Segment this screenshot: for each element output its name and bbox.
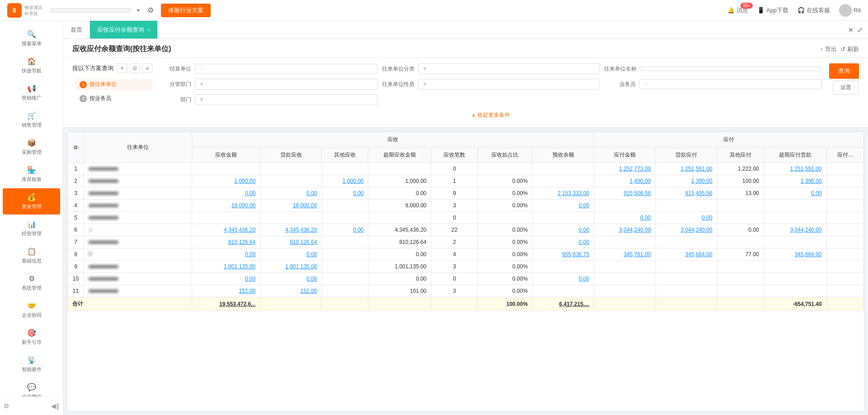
online-service-link[interactable]: 🎧 在线客服 [797, 6, 830, 14]
refresh-icon: ↺ [840, 46, 845, 52]
department-input[interactable]: ▼ [195, 94, 377, 105]
sidebar-item-beginner[interactable]: 🎯 新手引导 [3, 324, 60, 350]
filter-add-btn[interactable]: + [117, 63, 127, 73]
window-close-icon[interactable]: ✕ [848, 26, 854, 33]
export-button[interactable]: ↑ 导出 [821, 45, 837, 53]
marketing-icon: 📢 [27, 84, 36, 93]
sidebar-item-sales[interactable]: 🛒 销售管理 [3, 107, 60, 133]
sidebar-label-system: 系统管理 [22, 285, 42, 291]
tab-active[interactable]: 应收应付余额查询 × [90, 21, 158, 38]
collapse-more-btn[interactable]: ∧ 收起更多条件 [160, 109, 822, 122]
sidebar-label-smart: 智能硬件 [22, 366, 42, 373]
search-menu-icon: 🔍 [27, 30, 36, 38]
sidebar-item-base-info[interactable]: 📋 基础信息 [3, 243, 60, 269]
logo-icon: 6 [7, 3, 22, 18]
partner-nature-label: 往来单位性质 [382, 81, 415, 88]
table-settings-icon[interactable]: ⚙ [73, 144, 78, 151]
purchase-icon: 📦 [27, 138, 36, 147]
filter-row-settlement: 结算单位 ··· [160, 63, 377, 74]
filter-row-partner-cat: 往来单位分类 ▼ [382, 63, 600, 74]
business-icon: 📊 [27, 220, 36, 229]
filter-settings-btn[interactable]: ⊙ [130, 63, 140, 73]
filter-scheme-title: 按以下方案查询 [72, 64, 113, 72]
sidebar-item-system[interactable]: ⚙ 系统管理 [3, 270, 60, 296]
partner-option-icon: ① [80, 81, 87, 88]
partner-name-input[interactable] [640, 67, 822, 71]
summary-loan-payable [656, 297, 717, 311]
settings-col-header[interactable]: ⚙ [68, 132, 84, 163]
notification-link[interactable]: 🔔 消息 99+ [727, 6, 748, 14]
table-row: 7■■■■■■■■■810,126.64810,126.64810,126.64… [68, 236, 864, 248]
dept-input[interactable]: ▼ [195, 79, 377, 90]
query-button[interactable]: 查询 [829, 63, 859, 79]
refresh-button[interactable]: ↺ 刷新 [840, 45, 859, 53]
settlement-unit-label: 结算单位 [160, 65, 191, 73]
sidebar-item-enterprise-wechat[interactable]: 💬 企业微信 [3, 378, 60, 396]
app-logo: 6 畅捷通叹标准版 [7, 3, 42, 18]
filter-grid: 结算单位 ··· 往来单位分类 ▼ 往来单位名称 [160, 63, 822, 105]
sidebar-collapse-icon[interactable]: ◀‖ [51, 402, 59, 410]
sidebar-item-finance[interactable]: 💰 资金管理 [3, 188, 60, 215]
sidebar-item-search-menu[interactable]: 🔍 搜索菜单 [3, 25, 60, 52]
summary-receivable-amount[interactable]: 19,553,472,6... [192, 297, 260, 311]
summary-label: 合计 [68, 297, 192, 311]
notification-badge: 99+ [741, 3, 753, 9]
salesperson-label: 业务员 [604, 81, 636, 88]
settings-button[interactable]: 设置 [833, 81, 859, 95]
filter-option-salesperson[interactable]: ② 按业务员 [76, 93, 152, 104]
smart-device-icon: 📡 [27, 356, 36, 364]
sidebar-label-sales: 销售管理 [22, 122, 42, 129]
table-row: 5■■■■■■■■■00.000.00 [68, 212, 864, 224]
gear-icon[interactable]: ⚙ [147, 6, 154, 14]
sidebar-item-quick-nav[interactable]: 🏠 快捷导航 [3, 52, 60, 79]
partner-option-label: 按往来单位 [90, 81, 117, 88]
sidebar-item-purchase[interactable]: 📦 采购管理 [3, 134, 60, 160]
sidebar-item-marketing[interactable]: 📢 营销推广 [3, 80, 60, 106]
loan-payable-header: 贷款应付 [656, 148, 717, 163]
table-row: 2■■■■■■■■■1,000.001,000.001,000.0010.00%… [68, 175, 864, 187]
prepaid-balance-header: 预收余额 [533, 148, 594, 163]
app-download-link[interactable]: 📱 App下载 [757, 6, 788, 14]
inventory-icon: 🏪 [27, 166, 36, 174]
filter-collapse-btn[interactable]: « [142, 63, 152, 73]
overdue-payable-header: 超期应付货款 [764, 148, 826, 163]
summary-other-payable [717, 297, 764, 311]
page-actions: ↑ 导出 ↺ 刷新 [821, 45, 859, 53]
loan-receivable-header: 贷款应收 [260, 148, 322, 163]
tab-home[interactable]: 首页 [63, 21, 90, 38]
dept-label: 分管部门 [160, 81, 191, 88]
sales-icon: 🛒 [27, 111, 36, 120]
sidebar-nav: 🔍 搜索菜单 🏠 快捷导航 📢 营销推广 🛒 销售管理 📦 采购管理 🏪 [0, 21, 63, 396]
partner-nature-input[interactable]: ▼ [418, 79, 600, 90]
sidebar-item-inventory[interactable]: 🏪 库存核算 [3, 161, 60, 187]
promo-button[interactable]: 体验行业方案 [161, 4, 211, 17]
download-icon: 📱 [757, 7, 764, 14]
sidebar-item-smart-device[interactable]: 📡 智能硬件 [3, 351, 60, 377]
filter-option-partner[interactable]: ① 按往来单位 [76, 79, 152, 90]
partner-category-input[interactable]: ▼ [418, 63, 600, 74]
table-header-row-1: ⚙ 往来单位 应收 应付 [68, 132, 864, 148]
quick-nav-icon: 🏠 [27, 57, 36, 66]
settlement-unit-input[interactable]: ··· [195, 64, 377, 74]
collapse-label: 收起更多条件 [477, 111, 510, 119]
data-table: ⚙ 往来单位 应收 应付 应收金额 贷款应收 其他应收 超期应收金额 应收笔数 [67, 132, 864, 311]
chevron-down-icon[interactable]: ▼ [136, 7, 141, 14]
salesperson-input[interactable]: ··· [639, 79, 822, 89]
enterprise-wechat-icon: 💬 [27, 383, 36, 391]
sidebar-settings-icon[interactable]: ⚙ [4, 402, 9, 410]
filter-options: ① 按往来单位 ② 按业务员 [76, 79, 152, 104]
enterprise-collab-icon: 🤝 [27, 301, 36, 310]
summary-overdue-receivable [368, 297, 431, 311]
window-expand-icon[interactable]: ⤢ [857, 26, 863, 33]
summary-prepaid[interactable]: 6,417,215.... [533, 297, 594, 311]
filter-scheme-panel: 按以下方案查询 + ⊙ « ① 按往来单位 ② [72, 63, 152, 104]
refresh-label: 刷新 [847, 45, 859, 53]
user-avatar-area[interactable]: Rit [839, 4, 861, 17]
table-section: ⚙ 往来单位 应收 应付 应收金额 贷款应收 其他应收 超期应收金额 应收笔数 [67, 131, 864, 411]
tab-close-icon[interactable]: × [147, 27, 150, 33]
summary-payable-amount [594, 297, 656, 311]
receivable-count-header: 应收笔数 [431, 148, 478, 163]
sidebar-item-business[interactable]: 📊 经营管理 [3, 215, 60, 242]
tab-active-label: 应收应付余额查询 [97, 26, 144, 34]
sidebar-item-enterprise-collab[interactable]: 🤝 企业协同 [3, 297, 60, 323]
